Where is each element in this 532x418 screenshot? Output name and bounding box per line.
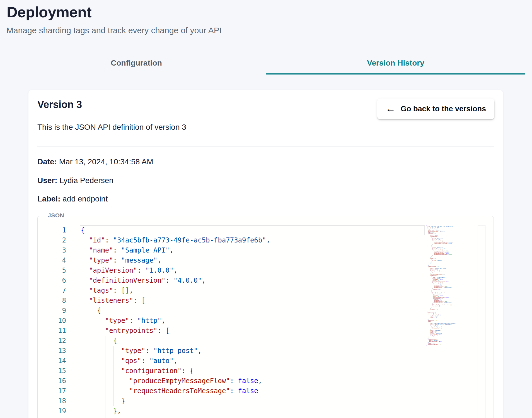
line-number: 15 <box>38 366 66 376</box>
line-number: 14 <box>38 356 66 366</box>
line-number: 9 <box>38 306 66 316</box>
go-back-to-versions-button[interactable]: ← Go back to the versions <box>377 99 494 119</box>
code-line: 9 { <box>38 306 426 316</box>
code-line: 14 "qos": "auto", <box>38 356 426 366</box>
current-line-highlight <box>80 225 425 235</box>
line-number: 11 <box>38 326 66 336</box>
meta-date: Date: Mar 13, 2024, 10:34:58 AM <box>37 157 153 166</box>
divider <box>37 146 494 146</box>
line-number: 2 <box>38 235 66 245</box>
meta-label: Label: add endpoint <box>37 194 108 203</box>
line-number: 10 <box>38 316 66 326</box>
tab-bar: Configuration Version History <box>7 55 525 75</box>
line-number: 5 <box>38 265 66 275</box>
json-group-label: JSON <box>45 212 67 219</box>
line-number: 13 <box>38 346 66 356</box>
json-editor-group: JSON 1{2 "id": "34ac5bfb-a773-49fe-ac5b-… <box>37 216 494 418</box>
code-line: 20 { <box>38 416 426 418</box>
code-text: "apiVersion": "1.0.0", <box>81 265 178 275</box>
code-text: "type": "message", <box>81 255 161 265</box>
minimap-content: { "id": "34ac5bfb-a773-49fe-ac5b-fba773a… <box>426 225 478 346</box>
code-line: 11 "entrypoints": [ <box>38 326 426 336</box>
code-text: } <box>81 396 125 406</box>
line-number: 18 <box>38 396 66 406</box>
tab-version-history-label: Version History <box>367 59 424 68</box>
code-line: 1{ <box>38 225 426 235</box>
code-text: "entrypoints": [ <box>81 326 170 336</box>
code-text: "type": "http", <box>81 316 165 326</box>
line-number: 7 <box>38 285 66 296</box>
code-text: "definitionVersion": "4.0.0", <box>81 275 206 285</box>
deployment-page: Deployment Manage sharding tags and trac… <box>0 0 532 418</box>
code-line: 10 "type": "http", <box>38 316 426 326</box>
code-line: 2 "id": "34ac5bfb-a773-49fe-ac5b-fba773a… <box>38 235 426 245</box>
meta-user: User: Lydia Pedersen <box>37 176 113 185</box>
code-text: }, <box>81 406 121 416</box>
meta-date-label: Date: <box>37 157 57 166</box>
line-number: 8 <box>38 296 66 306</box>
version-description: This is the JSON API definition of versi… <box>37 123 186 132</box>
tab-configuration[interactable]: Configuration <box>7 55 266 75</box>
meta-user-value: Lydia Pedersen <box>59 176 113 185</box>
line-number: 16 <box>38 376 66 386</box>
left-arrow-icon: ← <box>386 104 396 114</box>
line-number: 20 <box>38 416 66 418</box>
code-text: { <box>81 336 117 346</box>
code-line: 6 "definitionVersion": "4.0.0", <box>38 275 426 285</box>
code-text: "id": "34ac5bfb-a773-49fe-ac5b-fba773a9f… <box>81 235 270 245</box>
code-text: "name": "Sample API", <box>81 245 173 255</box>
code-line: 18 } <box>38 396 426 406</box>
page-title: Deployment <box>7 3 91 21</box>
code-line: 4 "type": "message", <box>38 255 426 265</box>
code-line: 16 "produceEmptyMessageFlow": false, <box>38 376 426 386</box>
code-line: 17 "requestHeadersToMessage": false <box>38 386 426 396</box>
code-text: "requestHeadersToMessage": false <box>81 386 258 396</box>
meta-label-value: add endpoint <box>62 194 108 203</box>
code-text: { <box>81 306 101 316</box>
code-line: 13 "type": "http-post", <box>38 346 426 356</box>
go-back-to-versions-label: Go back to the versions <box>401 105 486 113</box>
code-line: 3 "name": "Sample API", <box>38 245 426 255</box>
code-line: 15 "configuration": { <box>38 366 426 376</box>
line-number: 12 <box>38 336 66 346</box>
line-number: 1 <box>38 225 66 235</box>
version-detail-card: Version 3 ← Go back to the versions This… <box>28 90 503 418</box>
code-text: "produceEmptyMessageFlow": false, <box>81 376 262 386</box>
code-text: "type": "http-post", <box>81 346 202 356</box>
line-number: 6 <box>38 275 66 285</box>
code-line: 12 { <box>38 336 426 346</box>
code-text: "configuration": { <box>81 366 194 376</box>
code-line: 7 "tags": [], <box>38 285 426 296</box>
version-title: Version 3 <box>37 99 82 110</box>
meta-user-label: User: <box>37 176 57 185</box>
code-line: 5 "apiVersion": "1.0.0", <box>38 265 426 275</box>
code-editor[interactable]: 1{2 "id": "34ac5bfb-a773-49fe-ac5b-fba77… <box>38 225 426 418</box>
code-text: "qos": "auto", <box>81 356 178 366</box>
line-number: 4 <box>38 255 66 265</box>
line-number: 17 <box>38 386 66 396</box>
editor-scrollbar[interactable] <box>478 225 485 418</box>
code-line: 19 }, <box>38 406 426 416</box>
code-line: 8 "listeners": [ <box>38 296 426 306</box>
page-subtitle: Manage sharding tags and track every cha… <box>6 26 222 35</box>
code-text: { <box>81 416 117 418</box>
editor-minimap[interactable]: { "id": "34ac5bfb-a773-49fe-ac5b-fba773a… <box>426 225 478 347</box>
meta-date-value: Mar 13, 2024, 10:34:58 AM <box>59 157 153 166</box>
code-text: "tags": [], <box>81 285 133 296</box>
tab-configuration-label: Configuration <box>111 59 162 68</box>
line-number: 19 <box>38 406 66 416</box>
line-number: 3 <box>38 245 66 255</box>
code-text: "listeners": [ <box>81 296 145 306</box>
tab-version-history[interactable]: Version History <box>266 55 525 75</box>
code-text: { <box>81 225 85 235</box>
meta-label-label: Label: <box>37 194 60 203</box>
